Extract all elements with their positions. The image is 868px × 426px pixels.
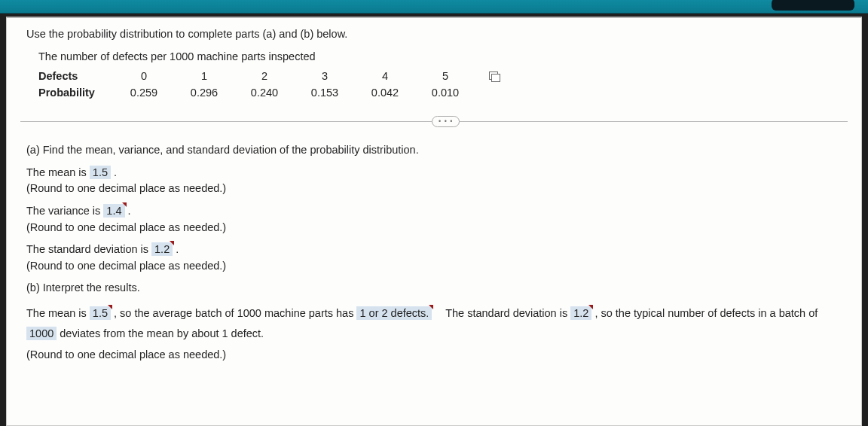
- col-val: 2: [234, 68, 295, 85]
- table-caption: The number of defects per 1000 machine p…: [38, 50, 843, 65]
- paper-shadow: Use the probability distribution to comp…: [0, 14, 868, 426]
- prob-val: 0.259: [114, 85, 174, 102]
- col-val: 0: [114, 68, 174, 85]
- topbar-button[interactable]: [772, 0, 854, 11]
- interp-text: The standard deviation is: [445, 307, 570, 319]
- section-divider: • • •: [25, 114, 843, 129]
- col-val: 3: [295, 68, 355, 85]
- col-val: 1: [174, 68, 234, 85]
- sd-block: The standard deviation is 1.2 . (Round t…: [26, 242, 843, 273]
- rounding-note: (Round to one decimal place as needed.): [26, 221, 843, 236]
- interp-batch-input[interactable]: 1000: [26, 327, 57, 340]
- interp-text: , so the typical number of defects in a …: [594, 307, 818, 319]
- defects-header: Defects: [38, 68, 114, 85]
- rounding-note: (Round to one decimal place as needed.): [26, 259, 843, 274]
- mean-block: The mean is 1.5 . (Round to one decimal …: [26, 166, 843, 196]
- variance-answer-input[interactable]: 1.4: [103, 204, 124, 218]
- interp-text: deviates from the mean by about 1 defect…: [60, 327, 264, 339]
- interp-sd-input[interactable]: 1.2: [570, 306, 591, 320]
- prob-val: 0.240: [234, 85, 295, 102]
- rounding-note: (Round to one decimal place as needed.): [26, 348, 226, 361]
- table-row: Defects 0 1 2 3 4 5: [38, 68, 536, 85]
- interp-defects-select[interactable]: 1 or 2 defects.: [356, 306, 432, 320]
- prob-val: 0.042: [355, 85, 415, 102]
- expand-ellipsis-button[interactable]: • • •: [432, 116, 460, 127]
- prob-val: 0.296: [174, 85, 234, 102]
- sd-answer-input[interactable]: 1.2: [151, 242, 173, 256]
- period: .: [176, 243, 179, 255]
- part-a-prompt: (a) Find the mean, variance, and standar…: [26, 143, 843, 158]
- app-topbar: [0, 0, 868, 14]
- variance-label: The variance is: [26, 205, 103, 217]
- probability-header: Probability: [38, 85, 114, 102]
- question-intro: Use the probability distribution to comp…: [26, 27, 843, 42]
- prob-val: 0.153: [295, 85, 355, 102]
- table-row: Probability 0.259 0.296 0.240 0.153 0.04…: [38, 85, 536, 102]
- prob-val: 0.010: [415, 85, 475, 102]
- interpretation-block: The mean is 1.5 , so the average batch o…: [26, 303, 843, 366]
- rounding-note: (Round to one decimal place as needed.): [26, 181, 843, 196]
- part-b-prompt: (b) Interpret the results.: [26, 281, 843, 296]
- distribution-block: The number of defects per 1000 machine p…: [38, 50, 843, 102]
- copy-icon[interactable]: [489, 72, 500, 81]
- period: .: [114, 166, 117, 178]
- distribution-table: Defects 0 1 2 3 4 5 Probability 0.259 0.…: [38, 68, 536, 101]
- mean-label: The mean is: [26, 166, 90, 178]
- period: .: [128, 205, 131, 217]
- variance-block: The variance is 1.4 . (Round to one deci…: [26, 204, 843, 235]
- sd-label: The standard deviation is: [26, 243, 151, 255]
- col-val: 4: [355, 68, 415, 85]
- interp-text: The mean is: [26, 307, 90, 319]
- interp-mean-input[interactable]: 1.5: [90, 306, 111, 320]
- question-paper: Use the probability distribution to comp…: [6, 17, 862, 426]
- col-val: 5: [415, 68, 475, 85]
- mean-answer-input[interactable]: 1.5: [90, 166, 111, 179]
- interp-text: , so the average batch of 1000 machine p…: [114, 307, 356, 319]
